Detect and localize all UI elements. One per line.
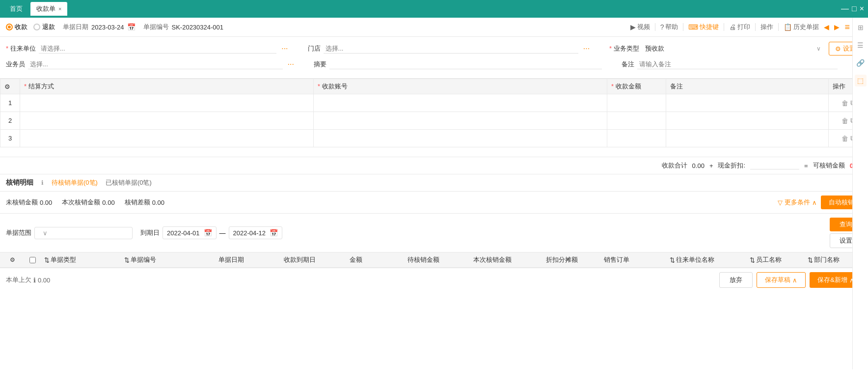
table-row: 1 🗑 ⧉ bbox=[0, 94, 868, 112]
tab-home-label: 首页 bbox=[10, 4, 23, 13]
verify-info-icon[interactable]: ℹ bbox=[41, 179, 44, 186]
range-label: 单据范围 bbox=[6, 228, 31, 237]
row-remark-2[interactable] bbox=[666, 112, 829, 130]
nav-prev-icon[interactable]: ◀ bbox=[824, 23, 829, 31]
row-account-1[interactable] bbox=[314, 94, 607, 112]
tab-bar: 首页 收款单 × — □ × bbox=[0, 0, 868, 18]
history-icon: 📋 bbox=[784, 23, 792, 31]
tab-close-icon[interactable]: × bbox=[58, 6, 61, 12]
list-view-icon[interactable]: ≡ bbox=[844, 22, 850, 32]
row-amount-1[interactable] bbox=[607, 94, 666, 112]
more-conditions-btn[interactable]: ▽ 更多条件 ∧ bbox=[778, 198, 817, 207]
remark-header: 备注 bbox=[666, 79, 829, 94]
row-delete-icon-3[interactable]: 🗑 bbox=[841, 135, 848, 142]
partner-field: * 往来单位 ··· bbox=[6, 44, 288, 54]
staff-input[interactable] bbox=[28, 59, 283, 69]
row-account-2[interactable] bbox=[314, 112, 607, 130]
shop-more-icon[interactable]: ··· bbox=[583, 44, 590, 53]
bth-bill-no: ⇅ 单据编号 bbox=[120, 255, 215, 264]
partner-input[interactable] bbox=[39, 44, 277, 54]
calendar-icon[interactable]: 📅 bbox=[127, 23, 136, 31]
discount-input[interactable] bbox=[750, 162, 799, 169]
bth-checkbox[interactable] bbox=[26, 257, 40, 263]
row-delete-icon-2[interactable]: 🗑 bbox=[841, 117, 848, 125]
date-to-icon[interactable]: 📅 bbox=[270, 229, 278, 237]
row-remark-1[interactable] bbox=[666, 94, 829, 112]
sort-icon-bill-type: ⇅ bbox=[44, 256, 50, 264]
divider5 bbox=[778, 23, 779, 31]
receipt-radio[interactable]: 收款 bbox=[6, 23, 27, 31]
sidebar-link-icon[interactable]: 🔗 bbox=[855, 57, 867, 69]
sort-icon-dept: ⇅ bbox=[808, 256, 813, 264]
date-from-input[interactable]: 2022-04-01 📅 bbox=[163, 226, 217, 239]
print-btn[interactable]: 🖨 打印 bbox=[729, 23, 750, 31]
window-min-btn[interactable]: — bbox=[841, 4, 849, 13]
verify-title: 核销明细 bbox=[6, 178, 33, 187]
bth-settings[interactable]: ⚙ bbox=[6, 256, 26, 263]
pending-tab[interactable]: 待核销单据(0笔) bbox=[52, 178, 98, 187]
sidebar-expand-icon[interactable]: ⬚ bbox=[855, 75, 867, 86]
staff-more-icon[interactable]: ··· bbox=[288, 60, 294, 69]
footer: 本单上欠 ℹ 0.00 放弃 保存草稿 ∧ 保存&新增 ∧ bbox=[0, 268, 868, 292]
refund-radio[interactable]: 退款 bbox=[33, 23, 55, 31]
row-amount-2[interactable] bbox=[607, 112, 666, 130]
row-settle-1[interactable] bbox=[20, 94, 314, 112]
print-label: 打印 bbox=[737, 23, 750, 31]
more-arrow: ∧ bbox=[812, 199, 817, 206]
table-settings-header[interactable]: ⚙ bbox=[0, 79, 20, 94]
table-row: 3 🗑 ⧉ bbox=[0, 130, 868, 147]
footer-info: 本单上欠 ℹ 0.00 bbox=[6, 276, 50, 284]
partner-more-icon[interactable]: ··· bbox=[281, 44, 288, 53]
unverified-value: 0.00 bbox=[40, 199, 52, 206]
window-max-btn[interactable]: □ bbox=[852, 4, 857, 13]
tab-actions: — □ × bbox=[841, 4, 864, 13]
window-close-btn[interactable]: × bbox=[860, 4, 864, 13]
date-field: 单据日期 2023-03-24 📅 bbox=[63, 23, 136, 31]
range-select[interactable]: ∨ bbox=[34, 227, 133, 239]
note-input[interactable] bbox=[637, 59, 838, 69]
date-from-icon[interactable]: 📅 bbox=[204, 229, 212, 237]
tab-home[interactable]: 首页 bbox=[4, 2, 28, 16]
shortcut-btn[interactable]: ⌨ 快捷键 bbox=[688, 23, 719, 31]
nav-next-icon[interactable]: ▶ bbox=[834, 23, 840, 31]
receipt-refund-radio: 收款 退款 bbox=[6, 23, 55, 31]
save-draft-btn[interactable]: 保存草稿 ∧ bbox=[757, 272, 806, 288]
table-area: ⚙ * 结算方式 * 收款账号 * 收款金额 备注 bbox=[0, 79, 868, 157]
draft-label: 保存草稿 bbox=[765, 276, 790, 284]
print-icon: 🖨 bbox=[729, 23, 736, 31]
row-settle-3[interactable] bbox=[20, 130, 314, 147]
row-account-3[interactable] bbox=[314, 130, 607, 147]
summary-field: 摘要 bbox=[314, 59, 602, 69]
date-to-input[interactable]: 2022-04-12 📅 bbox=[229, 226, 283, 239]
row-remark-3[interactable] bbox=[666, 130, 829, 147]
row-delete-icon-1[interactable]: 🗑 bbox=[841, 99, 848, 107]
shop-input[interactable] bbox=[324, 44, 578, 54]
current-verify-value: 0.00 bbox=[102, 199, 114, 206]
ops-btn[interactable]: 操作 bbox=[760, 23, 773, 31]
history-label: 历史单据 bbox=[793, 23, 819, 31]
discard-btn[interactable]: 放弃 bbox=[719, 272, 753, 288]
bth-staff: ⇅ 员工名称 bbox=[746, 255, 804, 264]
help-icon: ? bbox=[660, 23, 664, 31]
due-date-label: 到期日 bbox=[140, 228, 160, 237]
divider1 bbox=[655, 23, 655, 31]
diff-value: 0.00 bbox=[152, 199, 164, 206]
select-all-checkbox[interactable] bbox=[29, 257, 36, 263]
video-icon: ▶ bbox=[630, 23, 636, 31]
date-value: 2023-03-24 bbox=[91, 24, 124, 31]
sidebar-table-icon[interactable]: ⊞ bbox=[855, 22, 867, 33]
shop-label: 门店 bbox=[308, 44, 321, 53]
save-label: 保存&新增 bbox=[817, 276, 847, 284]
sidebar-list-icon[interactable]: ☰ bbox=[855, 39, 867, 51]
video-btn[interactable]: ▶ 视频 bbox=[630, 23, 650, 31]
footer-info-icon[interactable]: ℹ bbox=[33, 277, 36, 284]
tab-current[interactable]: 收款单 × bbox=[30, 2, 67, 16]
help-btn[interactable]: ? 帮助 bbox=[660, 23, 678, 31]
row-settle-2[interactable] bbox=[20, 112, 314, 130]
history-btn[interactable]: 📋 历史单据 bbox=[784, 23, 819, 31]
account-header: * 收款账号 bbox=[314, 79, 607, 94]
row-amount-3[interactable] bbox=[607, 130, 666, 147]
done-tab[interactable]: 已核销单据(0笔) bbox=[106, 178, 152, 187]
summary-input[interactable] bbox=[329, 59, 602, 69]
biz-type-arrow[interactable]: ∨ bbox=[816, 45, 821, 52]
